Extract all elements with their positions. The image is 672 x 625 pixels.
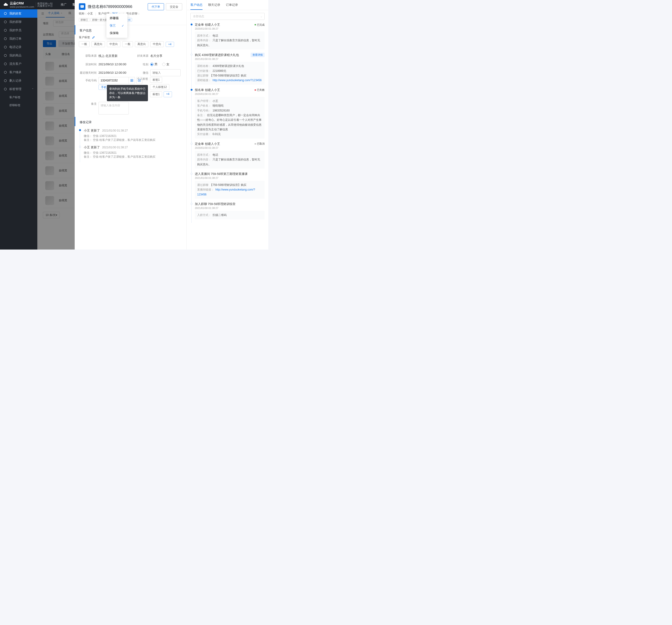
dd-option[interactable]: 俣保咏 <box>106 29 127 37</box>
update-item: 小王 更新了2021/01/30 01:38:27微信： 空值-13672182… <box>80 145 182 162</box>
svg-point-8 <box>4 46 6 48</box>
menu-icon <box>4 88 7 91</box>
menu-icon <box>4 20 7 24</box>
radio-male[interactable]: 男 <box>150 62 158 67</box>
dd-option[interactable]: 张三✓ <box>106 22 127 29</box>
svg-point-12 <box>4 79 6 82</box>
menu-icon <box>4 37 7 40</box>
sidebar: 我的好友我的群聊我的学员我的订单电话记录我的商品流失客户客户继承删人记录标签管理… <box>0 9 37 250</box>
wechat-icon <box>79 3 86 10</box>
phone-input[interactable] <box>98 77 129 84</box>
timeline-item: 报名单 创建人小王已失败2020/01/30 01:38:27客户经理：小王客户… <box>191 88 265 142</box>
right-tab[interactable]: 聊天记录 <box>208 3 220 10</box>
ptag-more[interactable]: +4 <box>164 92 172 97</box>
order-button[interactable]: 代下单 <box>148 3 164 10</box>
timeline-item: 定金单 创建人小王已完成2020/01/30 01:38:27跟单方式：电话跟单… <box>191 23 265 53</box>
sidebar-item[interactable]: 我的好友 <box>0 9 37 18</box>
svg-point-5 <box>4 21 6 23</box>
ptag: 个人标签12 <box>150 84 169 90</box>
svg-rect-14 <box>80 5 84 8</box>
customer-tag: 中意向 <box>150 41 164 47</box>
menu-icon <box>4 54 7 57</box>
svg-point-16 <box>82 6 83 6</box>
sidebar-item[interactable]: 我的学员 <box>0 26 37 34</box>
customer-tag: 一般 <box>122 41 133 47</box>
dd-option[interactable]: 师馨薇 <box>106 15 127 22</box>
sidebar-item[interactable]: 电话记录 <box>0 43 37 51</box>
svg-point-4 <box>4 12 6 15</box>
drawer-title: 微信名称6789990000966 <box>88 4 132 9</box>
phone-tooltip: 查询到此手机号码在系统中已存在，可以将两条客户数据合并为一条 <box>107 85 148 101</box>
menu-icon <box>4 29 7 32</box>
svg-point-13 <box>4 88 6 90</box>
menu-icon <box>4 71 7 74</box>
dynamic-filter[interactable]: 全部动态⌵ <box>190 13 265 20</box>
section-customer-info: 客户信息 <box>75 25 187 34</box>
edit-icon[interactable] <box>92 36 95 39</box>
menu-icon <box>4 46 7 49</box>
sidebar-item[interactable]: 我的群聊 <box>0 18 37 26</box>
svg-point-10 <box>4 63 6 65</box>
drawer: 微信名称6789990000966 昵称：小王 | 客户经理：张三 ▲ | 所在… <box>75 0 268 250</box>
svg-point-15 <box>81 6 82 6</box>
logo: 云朵CRM www.yunduocrm.com 教育机构一站 式服务云平台 <box>0 1 56 8</box>
timeline-item: 定金单 创建人小王已取消2020/01/30 01:38:27跟单方式：电话跟单… <box>191 142 265 172</box>
customer-tag: 一般 <box>79 41 90 47</box>
sidebar-item[interactable]: 我的商品 <box>0 51 37 60</box>
section-updates: 修改记录 <box>75 117 187 126</box>
nav-推广[interactable]: 推广 <box>61 3 67 7</box>
timeline-item: 购买 4399理财课进阶课程大礼包查看详情2021/01/30 01:38:27… <box>191 53 265 88</box>
tag-more[interactable]: +4 <box>166 42 174 47</box>
sidebar-item[interactable]: 流失客户 <box>0 60 37 68</box>
svg-point-7 <box>4 38 6 40</box>
update-item: 小王 更新了2021/01/30 01:38:27微信： 空值-13672182… <box>80 128 182 145</box>
tag-label: 客户标签 <box>79 35 90 40</box>
menu-icon <box>4 79 7 82</box>
remark-input[interactable]: 请输入备注内容 <box>98 102 129 115</box>
deposit-button[interactable]: 交定金 <box>166 3 182 10</box>
right-tab[interactable]: 客户动态 <box>190 3 202 10</box>
sidebar-item[interactable]: 我的订单 <box>0 34 37 43</box>
view-detail[interactable]: 查看详情 <box>250 53 265 57</box>
customer-tag: 高意向 <box>92 41 105 47</box>
ptag: 标签1 <box>150 92 162 97</box>
wechat-input[interactable] <box>150 69 181 76</box>
sidebar-sub[interactable]: 客户标签 <box>0 93 37 101</box>
customer-tag: 中意向 <box>107 41 120 47</box>
manager-dropdown: 师馨薇张三✓俣保咏 <box>106 14 127 38</box>
svg-point-6 <box>4 29 6 31</box>
timeline-item: 进入直播间 759-59班第三期理财直播课2021/01/30 01:38:27… <box>191 172 265 202</box>
right-tab[interactable]: 订单记录 <box>226 3 238 10</box>
group-chip: 群聊三 <box>79 18 90 22</box>
radio-female[interactable]: 女 <box>162 62 169 67</box>
menu-icon <box>4 12 7 15</box>
timeline-item: 加入群聊 759-59班理财训练营2021/01/30 01:38:27入群方式… <box>191 202 265 223</box>
sidebar-item[interactable]: 标签管理⌃ <box>0 85 37 93</box>
sidebar-item[interactable]: 删人记录 <box>0 76 37 85</box>
menu-icon <box>4 62 7 66</box>
svg-point-9 <box>4 54 6 57</box>
customer-tag: 高意向 <box>135 41 148 47</box>
svg-point-11 <box>4 71 6 73</box>
sidebar-sub[interactable]: 群聊标签 <box>0 101 37 109</box>
sidebar-item[interactable]: 客户继承 <box>0 68 37 76</box>
ptag: 标签1 <box>150 77 162 83</box>
